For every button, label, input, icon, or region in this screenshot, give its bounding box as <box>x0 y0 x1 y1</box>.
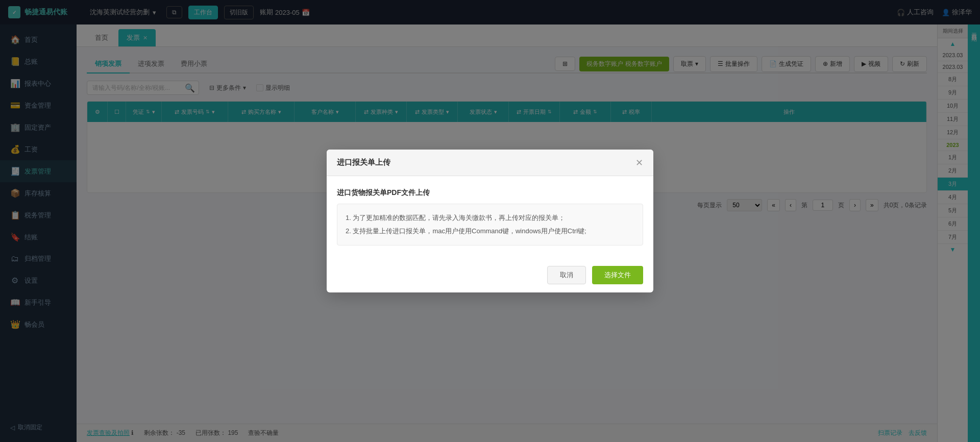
modal-title: 进口报关单上传 <box>337 158 390 167</box>
upload-note-2: 2. 支持批量上传进口报关单，mac用户使用Command键，windows用户… <box>346 225 634 238</box>
modal-footer: 取消 选择文件 <box>327 258 653 292</box>
import-modal: 进口报关单上传 ✕ 进口货物报关单PDF文件上传 1. 为了更加精准的数据匹配，… <box>327 150 653 292</box>
modal-header: 进口报关单上传 ✕ <box>327 150 653 176</box>
modal-cancel-btn[interactable]: 取消 <box>547 266 586 284</box>
upload-title: 进口货物报关单PDF文件上传 <box>337 188 643 198</box>
modal-confirm-btn[interactable]: 选择文件 <box>592 266 643 284</box>
modal-overlay[interactable]: 进口报关单上传 ✕ 进口货物报关单PDF文件上传 1. 为了更加精准的数据匹配，… <box>0 0 980 442</box>
modal-body: 进口货物报关单PDF文件上传 1. 为了更加精准的数据匹配，请先录入海关缴款书，… <box>327 176 653 258</box>
upload-note-1: 1. 为了更加精准的数据匹配，请先录入海关缴款书，再上传对应的报关单； <box>346 211 634 225</box>
upload-notes: 1. 为了更加精准的数据匹配，请先录入海关缴款书，再上传对应的报关单； 2. 支… <box>337 204 643 245</box>
modal-close-btn[interactable]: ✕ <box>635 158 643 167</box>
